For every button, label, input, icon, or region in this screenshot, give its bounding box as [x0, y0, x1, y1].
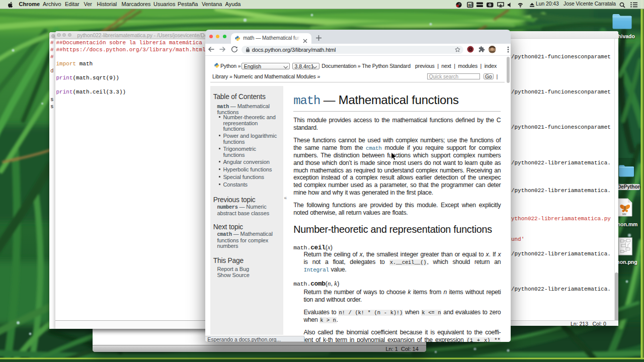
- svg-text:B: B: [468, 3, 471, 8]
- svg-text:MM: MM: [622, 213, 626, 216]
